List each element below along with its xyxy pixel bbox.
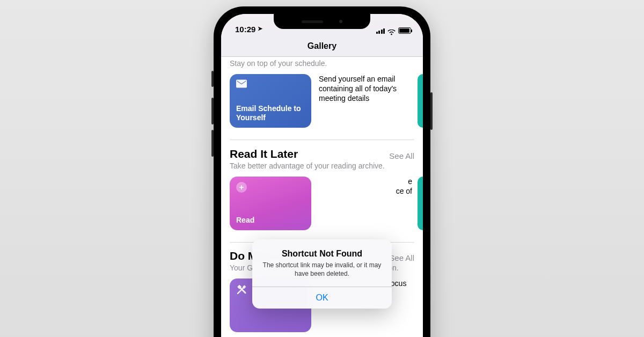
section-subtitle: Stay on top of your schedule. <box>230 59 414 68</box>
wifi-icon <box>387 28 396 34</box>
phone-frame: 10:29 ➤ Gallery <box>214 6 430 337</box>
status-time: 10:29 <box>235 25 255 34</box>
shortcut-card-read[interactable]: + Read <box>230 177 311 230</box>
section-calendar: Put It on the Calendar See All Stay on t… <box>221 57 423 128</box>
see-all-link[interactable]: See All <box>389 57 414 58</box>
shortcut-card-email-schedule[interactable]: Email Schedule to Yourself <box>230 74 311 128</box>
next-card-peek[interactable] <box>418 74 423 128</box>
nav-bar: Gallery <box>221 35 423 57</box>
card-description: e ce of <box>319 177 414 196</box>
section-subtitle: Take better advantage of your reading ar… <box>230 162 414 170</box>
card-description: Send yourself an email containing all of… <box>319 74 414 104</box>
mail-icon <box>236 79 305 90</box>
see-all-link[interactable]: See All <box>389 151 414 160</box>
alert-message: The shortcut link may be invalid, or it … <box>261 261 383 278</box>
mute-switch <box>211 71 214 87</box>
screen: 10:29 ➤ Gallery <box>221 14 423 337</box>
notch <box>274 14 370 29</box>
volume-down <box>211 130 214 157</box>
alert-title: Shortcut Not Found <box>261 249 383 259</box>
battery-icon <box>398 27 411 34</box>
power-button <box>430 92 433 130</box>
alert-ok-button[interactable]: OK <box>252 287 392 309</box>
section-title: Put It on the Calendar <box>230 57 346 58</box>
card-title: Read <box>236 216 305 225</box>
section-title: Read It Later <box>230 148 298 160</box>
section-read-later: Read It Later See All Take better advant… <box>221 148 423 230</box>
plus-icon: + <box>236 182 247 193</box>
card-title: Email Schedule to Yourself <box>236 104 305 122</box>
cellular-icon <box>376 28 385 34</box>
divider <box>230 140 414 140</box>
see-all-link[interactable]: See All <box>389 253 414 262</box>
volume-up <box>211 98 214 124</box>
nav-title: Gallery <box>308 41 336 51</box>
next-card-peek[interactable] <box>418 177 423 230</box>
alert-dialog: Shortcut Not Found The shortcut link may… <box>252 239 392 309</box>
location-icon: ➤ <box>258 25 262 32</box>
